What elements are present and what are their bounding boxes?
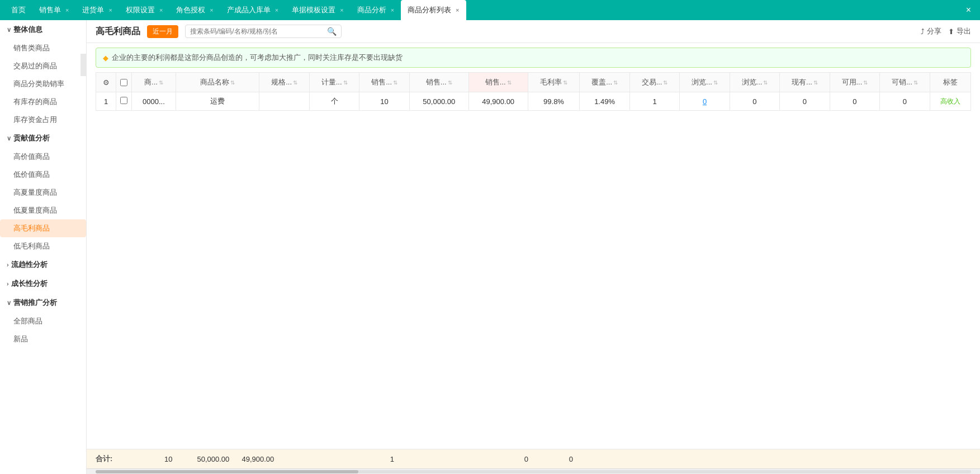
col-sales-amount[interactable]: 销售...⇅ [409, 73, 468, 92]
cell-available: 0 [830, 92, 879, 111]
cell-current-stock: 0 [780, 92, 830, 111]
search-box[interactable]: 🔍 [185, 25, 342, 38]
col-sellable[interactable]: 可销...⇅ [880, 73, 930, 92]
col-available[interactable]: 可用...⇅ [830, 73, 879, 92]
sidebar-item-stock-capital[interactable]: 库存资金占用 [0, 111, 86, 129]
close-icon[interactable]: × [391, 0, 394, 20]
col-sales-profit[interactable]: 销售...⇅ [468, 73, 528, 92]
nav-template-settings[interactable]: 单据模板设置 × [285, 0, 350, 20]
nav-products-in[interactable]: 产成品入库单 × [220, 0, 285, 20]
col-code[interactable]: 商...⇅ [132, 73, 176, 92]
sidebar-group-growth[interactable]: › 成长性分析 [0, 274, 86, 293]
close-icon[interactable]: × [159, 0, 163, 20]
search-input[interactable] [190, 27, 327, 35]
cell-sales-profit: 49,900.00 [468, 92, 528, 111]
col-spec[interactable]: 规格...⇅ [259, 73, 309, 92]
export-icon: ⬆ [948, 27, 954, 36]
nav-home[interactable]: 首页 [4, 0, 32, 20]
col-gross-margin[interactable]: 毛利率⇅ [528, 73, 580, 92]
main-layout: 《 ∨ 整体信息 销售类商品 交易过的商品 商品分类助销率 有库存的商品 库存资… [0, 20, 980, 474]
footer-sales-amount: 50,000.00 [191, 455, 235, 463]
nav-product-analysis[interactable]: 商品分析 × [351, 0, 401, 20]
sidebar-group-overall[interactable]: ∨ 整体信息 [0, 20, 86, 39]
share-button[interactable]: ⤴ 分享 [921, 26, 941, 36]
nav-roles[interactable]: 角色授权 × [169, 0, 220, 20]
cell-tag: 高收入 [930, 92, 970, 111]
search-icon[interactable]: 🔍 [327, 27, 337, 36]
share-icon: ⤴ [921, 27, 925, 36]
cell-browse1[interactable]: 0 [680, 92, 730, 111]
col-transaction[interactable]: 交易...⇅ [629, 73, 679, 92]
col-current-stock[interactable]: 现有...⇅ [780, 73, 830, 92]
col-coverage[interactable]: 覆盖...⇅ [580, 73, 629, 92]
header-actions: ⤴ 分享 ⬆ 导出 [921, 26, 971, 36]
sidebar: 《 ∨ 整体信息 销售类商品 交易过的商品 商品分类助销率 有库存的商品 库存资… [0, 20, 87, 474]
cell-sales-qty: 10 [359, 92, 409, 111]
sidebar-item-low-frequency[interactable]: 低夏量度商品 [0, 201, 86, 219]
table-container[interactable]: ⚙ 商...⇅ 商品名称⇅ 规格...⇅ [87, 72, 980, 449]
export-button[interactable]: ⬆ 导出 [948, 26, 971, 36]
nav-product-analysis-list[interactable]: 商品分析列表 × [401, 0, 466, 20]
cell-index: 1 [96, 92, 116, 111]
sidebar-item-new-goods[interactable]: 新品 [0, 330, 86, 348]
nav-sales-order[interactable]: 销售单 × [32, 0, 75, 20]
cell-sellable: 0 [880, 92, 930, 111]
horizontal-scrollbar[interactable] [87, 468, 980, 474]
sidebar-group-trend[interactable]: › 流趋性分析 [0, 255, 86, 274]
close-icon[interactable]: × [275, 0, 278, 20]
sidebar-group-marketing[interactable]: ∨ 营销推广分析 [0, 293, 86, 312]
sidebar-item-sales-goods[interactable]: 销售类商品 [0, 39, 86, 57]
nav-permissions[interactable]: 权限设置 × [119, 0, 169, 20]
footer-current-stock: 0 [504, 455, 548, 463]
footer-available: 0 [548, 455, 593, 463]
table-footer: 合计: 10 50,000.00 49,900.00 1 0 0 [87, 449, 980, 468]
close-icon[interactable]: × [456, 0, 459, 20]
close-window-button[interactable]: × [962, 5, 976, 15]
sidebar-item-high-frequency[interactable]: 高夏量度商品 [0, 184, 86, 201]
footer-empty5 [593, 455, 638, 463]
row-checkbox[interactable] [120, 97, 127, 104]
sidebar-item-traded-goods[interactable]: 交易过的商品 [0, 57, 86, 75]
col-checkbox[interactable] [116, 73, 132, 92]
footer-empty4 [459, 455, 504, 463]
col-browse1[interactable]: 浏览...⇅ [680, 73, 730, 92]
col-settings[interactable]: ⚙ [96, 73, 116, 92]
table-row: 1 0000... 运费 个 10 50,000.00 49,900.00 99… [96, 92, 971, 111]
sidebar-collapse-button[interactable]: 《 [81, 54, 87, 76]
col-sales-qty[interactable]: 销售...⇅ [359, 73, 409, 92]
footer-label: 合计: [96, 454, 112, 464]
close-icon[interactable]: × [340, 0, 343, 20]
sidebar-item-in-stock-goods[interactable]: 有库存的商品 [0, 93, 86, 111]
scrollbar-track[interactable] [96, 470, 971, 473]
col-name[interactable]: 商品名称⇅ [176, 73, 259, 92]
arrow-down-icon: ∨ [7, 299, 11, 307]
close-icon[interactable]: × [65, 0, 69, 20]
cell-code: 0000... [132, 92, 176, 111]
cell-name: 运费 [176, 92, 259, 111]
footer-empty3 [414, 455, 459, 463]
close-icon[interactable]: × [210, 0, 213, 20]
nav-purchase-order[interactable]: 进货单 × [75, 0, 119, 20]
cell-checkbox[interactable] [116, 92, 132, 111]
cell-coverage: 1.49% [580, 92, 629, 111]
sidebar-item-low-margin[interactable]: 低毛利商品 [0, 237, 86, 255]
footer-sales-qty: 10 [146, 455, 191, 463]
filter-month-button[interactable]: 近一月 [147, 25, 178, 38]
info-banner: ◆ 企业的主要的利润都是这部分商品创造的，可考虑加大推广，同时关注库存是不要出现… [96, 48, 971, 68]
sidebar-item-all-goods[interactable]: 全部商品 [0, 312, 86, 330]
close-icon[interactable]: × [108, 0, 112, 20]
sidebar-item-high-value[interactable]: 高价值商品 [0, 148, 86, 166]
col-browse2[interactable]: 浏览...⇅ [730, 73, 779, 92]
cell-sales-amount: 50,000.00 [409, 92, 468, 111]
select-all-checkbox[interactable] [120, 79, 127, 86]
sidebar-item-high-margin[interactable]: 高毛利商品 [0, 219, 86, 237]
sidebar-item-category-sales-rate[interactable]: 商品分类助销率 [0, 75, 86, 93]
footer-transaction: 1 [370, 455, 414, 463]
sidebar-item-low-value[interactable]: 低价值商品 [0, 166, 86, 184]
col-unit[interactable]: 计量...⇅ [309, 73, 359, 92]
footer-empty1 [280, 455, 325, 463]
col-tag[interactable]: 标签 [930, 73, 970, 92]
arrow-down-icon: ∨ [7, 135, 11, 142]
sidebar-group-contribution[interactable]: ∨ 贡献值分析 [0, 129, 86, 148]
scrollbar-thumb[interactable] [96, 470, 358, 473]
